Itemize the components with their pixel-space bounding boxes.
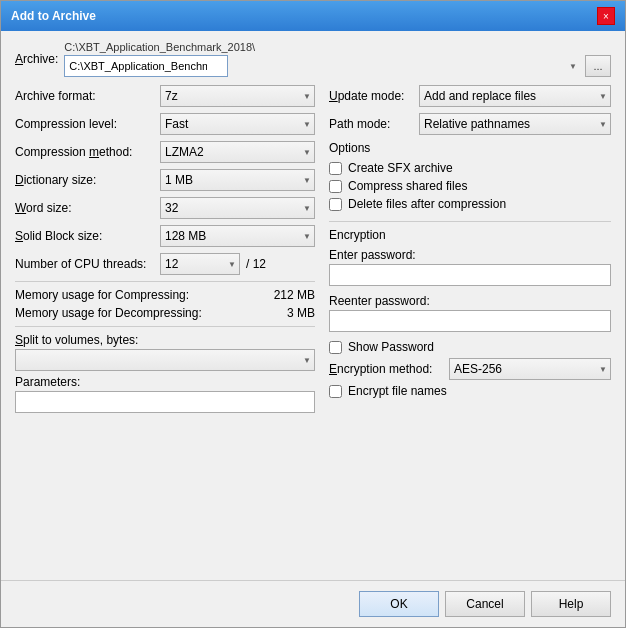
compress-method-combo-wrapper: LZMA2LZMAPPMd <box>160 141 315 163</box>
mem-compress-value: 212 MB <box>274 288 315 302</box>
format-combo[interactable]: 7zRARRAR4ZIPTAR <box>160 85 315 107</box>
update-mode-combo-wrapper: Add and replace files Update and add fil… <box>419 85 611 107</box>
update-mode-label: Update mode: <box>329 89 419 103</box>
create-sfx-label[interactable]: Create SFX archive <box>348 161 453 175</box>
dialog-body: Archive: C:\XBT_Application_Benchmark_20… <box>1 31 625 580</box>
dialog-title: Add to Archive <box>11 9 96 23</box>
threads-combo-wrapper: 12481216 <box>160 253 240 275</box>
show-password-row: Show Password <box>329 340 611 354</box>
left-panel: Archive format: 7zRARRAR4ZIPTAR Compress… <box>15 85 315 570</box>
dict-size-combo-wrapper: 64 KB256 KB1 MB4 MB16 MB <box>160 169 315 191</box>
mem-compress-label: Memory usage for Compressing: <box>15 288 274 302</box>
split-label: Split to volumes, bytes: <box>15 333 315 347</box>
format-combo-wrapper: 7zRARRAR4ZIPTAR <box>160 85 315 107</box>
options-title: Options <box>329 141 611 155</box>
path-mode-combo[interactable]: Relative pathnames No pathnames Absolute… <box>419 113 611 135</box>
title-bar-buttons: × <box>597 7 615 25</box>
update-mode-row: Update mode: Add and replace files Updat… <box>329 85 611 107</box>
show-password-checkbox[interactable] <box>329 341 342 354</box>
solid-block-row: Solid Block size: Disabled1 MB16 MB128 M… <box>15 225 315 247</box>
encrypt-names-label[interactable]: Encrypt file names <box>348 384 447 398</box>
compress-level-combo[interactable]: StoreFastestFastNormalGoodBest <box>160 113 315 135</box>
enc-method-combo-wrapper: AES-256 <box>449 358 611 380</box>
mem-compress-row: Memory usage for Compressing: 212 MB <box>15 288 315 302</box>
enter-password-input[interactable] <box>329 264 611 286</box>
reenter-password-label: Reenter password: <box>329 294 611 308</box>
compress-level-row: Compression level: StoreFastestFastNorma… <box>15 113 315 135</box>
compress-method-row: Compression method: LZMA2LZMAPPMd <box>15 141 315 163</box>
word-size-label: Word size: <box>15 201 160 215</box>
word-size-combo-wrapper: 8163264128 <box>160 197 315 219</box>
params-row: Parameters: <box>15 375 315 413</box>
archive-path-input[interactable] <box>64 55 228 77</box>
format-label: Archive format: <box>15 89 160 103</box>
split-combo-wrapper: 1457664 - 1.44 MB FAT 100 MB 700 MB - CD… <box>15 349 315 371</box>
options-section: Options Create SFX archive Compress shar… <box>329 141 611 211</box>
encryption-title: Encryption <box>329 228 611 242</box>
main-content: Archive format: 7zRARRAR4ZIPTAR Compress… <box>15 85 611 570</box>
archive-path-col: C:\XBT_Application_Benchmark_2018\ ... <box>64 41 611 77</box>
close-button[interactable]: × <box>597 7 615 25</box>
create-sfx-checkbox[interactable] <box>329 162 342 175</box>
dict-size-combo[interactable]: 64 KB256 KB1 MB4 MB16 MB <box>160 169 315 191</box>
enter-password-label: Enter password: <box>329 248 611 262</box>
title-bar: Add to Archive × <box>1 1 625 31</box>
delete-after-label[interactable]: Delete files after compression <box>348 197 506 211</box>
params-input[interactable] <box>15 391 315 413</box>
encryption-section: Encryption Enter password: Reenter passw… <box>329 228 611 398</box>
threads-row: Number of CPU threads: 12481216 / 12 <box>15 253 315 275</box>
separator-3 <box>329 221 611 222</box>
word-size-combo[interactable]: 8163264128 <box>160 197 315 219</box>
path-mode-row: Path mode: Relative pathnames No pathnam… <box>329 113 611 135</box>
ok-button[interactable]: OK <box>359 591 439 617</box>
enc-method-row: Encryption method: AES-256 <box>329 358 611 380</box>
split-combo[interactable]: 1457664 - 1.44 MB FAT 100 MB 700 MB - CD… <box>15 349 315 371</box>
path-mode-label: Path mode: <box>329 117 419 131</box>
create-sfx-row: Create SFX archive <box>329 161 611 175</box>
compress-level-combo-wrapper: StoreFastestFastNormalGoodBest <box>160 113 315 135</box>
word-size-row: Word size: 8163264128 <box>15 197 315 219</box>
show-password-label[interactable]: Show Password <box>348 340 434 354</box>
reenter-password-input[interactable] <box>329 310 611 332</box>
solid-block-combo[interactable]: Disabled1 MB16 MB128 MB1 GB <box>160 225 315 247</box>
archive-combo-wrapper <box>64 55 581 77</box>
separator-1 <box>15 281 315 282</box>
archive-label: Archive: <box>15 52 58 66</box>
update-mode-combo[interactable]: Add and replace files Update and add fil… <box>419 85 611 107</box>
dict-size-label: Dictionary size: <box>15 173 160 187</box>
archive-static-path: C:\XBT_Application_Benchmark_2018\ <box>64 41 611 53</box>
cancel-button[interactable]: Cancel <box>445 591 525 617</box>
delete-after-checkbox[interactable] <box>329 198 342 211</box>
compress-method-combo[interactable]: LZMA2LZMAPPMd <box>160 141 315 163</box>
path-mode-combo-wrapper: Relative pathnames No pathnames Absolute… <box>419 113 611 135</box>
split-row: Split to volumes, bytes: 1457664 - 1.44 … <box>15 333 315 371</box>
threads-max: / 12 <box>246 257 266 271</box>
enc-method-label: Encryption method: <box>329 362 449 376</box>
add-to-archive-dialog: Add to Archive × Archive: C:\XBT_Applica… <box>0 0 626 628</box>
button-bar: OK Cancel Help <box>1 580 625 627</box>
dict-size-row: Dictionary size: 64 KB256 KB1 MB4 MB16 M… <box>15 169 315 191</box>
compress-method-label: Compression method: <box>15 145 160 159</box>
format-row: Archive format: 7zRARRAR4ZIPTAR <box>15 85 315 107</box>
separator-2 <box>15 326 315 327</box>
compress-shared-checkbox[interactable] <box>329 180 342 193</box>
params-label: Parameters: <box>15 375 315 389</box>
archive-row: Archive: C:\XBT_Application_Benchmark_20… <box>15 41 611 77</box>
right-panel: Update mode: Add and replace files Updat… <box>329 85 611 570</box>
browse-button[interactable]: ... <box>585 55 611 77</box>
mem-decompress-row: Memory usage for Decompressing: 3 MB <box>15 306 315 320</box>
encrypt-names-checkbox[interactable] <box>329 385 342 398</box>
compress-shared-row: Compress shared files <box>329 179 611 193</box>
solid-block-label: Solid Block size: <box>15 229 160 243</box>
compress-shared-label[interactable]: Compress shared files <box>348 179 467 193</box>
encrypt-names-row: Encrypt file names <box>329 384 611 398</box>
mem-decompress-label: Memory usage for Decompressing: <box>15 306 287 320</box>
threads-combo[interactable]: 12481216 <box>160 253 240 275</box>
delete-after-row: Delete files after compression <box>329 197 611 211</box>
compress-level-label: Compression level: <box>15 117 160 131</box>
threads-label: Number of CPU threads: <box>15 257 160 271</box>
enc-method-combo[interactable]: AES-256 <box>449 358 611 380</box>
mem-decompress-value: 3 MB <box>287 306 315 320</box>
help-button[interactable]: Help <box>531 591 611 617</box>
archive-input-row: ... <box>64 55 611 77</box>
